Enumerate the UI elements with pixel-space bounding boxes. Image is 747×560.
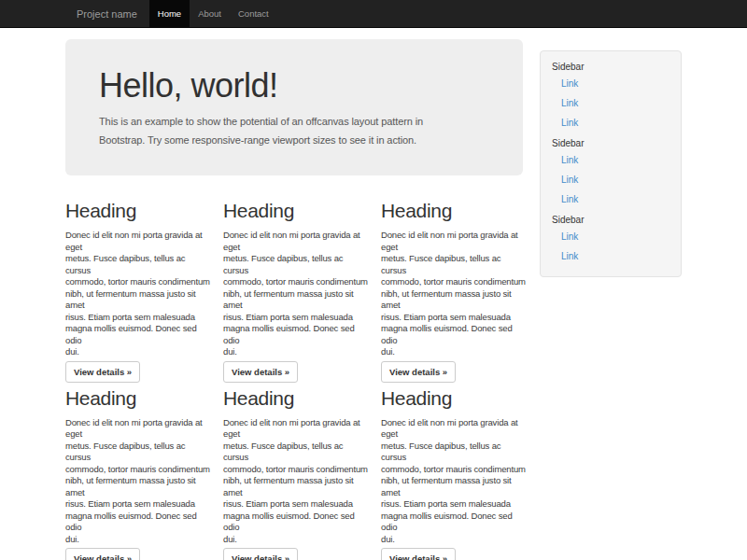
navbar: Project name HomeAboutContact <box>0 0 747 28</box>
sidebar-link[interactable]: Link <box>552 171 669 190</box>
sidebar-link-item: Link <box>552 114 669 133</box>
content-card: HeadingDonec id elit non mi porta gravid… <box>65 387 210 560</box>
navbar-inner: Project name HomeAboutContact <box>65 0 747 28</box>
card-heading: Heading <box>381 387 526 409</box>
navbar-link-contact[interactable]: Contact <box>230 0 277 28</box>
sidebar-link-item: Link <box>552 190 669 210</box>
content-card: HeadingDonec id elit non mi porta gravid… <box>381 387 526 560</box>
navbar-item-contact: Contact <box>230 0 277 28</box>
sidebar-link-item: Link <box>552 247 669 267</box>
view-details-button[interactable]: View details » <box>223 361 298 383</box>
navbar-item-home: Home <box>149 0 190 28</box>
sidebar-link-item: Link <box>552 228 669 247</box>
content-grid: HeadingDonec id elit non mi porta gravid… <box>65 200 526 560</box>
sidebar-link[interactable]: Link <box>552 228 669 247</box>
sidebar-link-item: Link <box>552 171 669 190</box>
navbar-item-about: About <box>190 0 230 28</box>
sidebar-link-list: LinkLinkLink <box>552 75 669 133</box>
page-container: Hello, world! This is an example to show… <box>65 39 683 560</box>
card-body: Donec id elit non mi porta gravida at eg… <box>381 230 526 358</box>
sidebar-link-item: Link <box>552 94 669 114</box>
navbar-link-home[interactable]: Home <box>149 0 190 28</box>
view-details-button[interactable]: View details » <box>223 548 298 560</box>
sidebar-link-list: LinkLinkLink <box>552 151 669 210</box>
card-heading: Heading <box>381 200 526 221</box>
card-heading: Heading <box>65 200 210 221</box>
content-card: HeadingDonec id elit non mi porta gravid… <box>381 200 526 383</box>
view-details-button[interactable]: View details » <box>381 548 456 560</box>
card-body: Donec id elit non mi porta gravida at eg… <box>223 417 368 546</box>
sidebar-group-title: Sidebar <box>552 61 669 74</box>
jumbotron: Hello, world! This is an example to show… <box>65 39 523 175</box>
sidebar-link[interactable]: Link <box>552 94 669 114</box>
sidebar-link[interactable]: Link <box>552 151 669 171</box>
view-details-button[interactable]: View details » <box>381 361 456 383</box>
sidebar-link-list: LinkLink <box>552 228 669 267</box>
jumbotron-text: This is an example to show the potential… <box>99 112 489 149</box>
card-body: Donec id elit non mi porta gravida at eg… <box>65 230 210 358</box>
navbar-link-about[interactable]: About <box>190 0 230 28</box>
sidebar-link[interactable]: Link <box>552 114 669 133</box>
content-card: HeadingDonec id elit non mi porta gravid… <box>223 387 368 560</box>
view-details-button[interactable]: View details » <box>65 361 140 383</box>
sidebar-link[interactable]: Link <box>552 247 669 267</box>
card-body: Donec id elit non mi porta gravida at eg… <box>65 417 210 546</box>
sidebar-group-title: Sidebar <box>552 137 669 150</box>
card-heading: Heading <box>223 200 368 221</box>
sidebar-link[interactable]: Link <box>552 75 669 94</box>
card-body: Donec id elit non mi porta gravida at eg… <box>381 417 526 546</box>
content-card: HeadingDonec id elit non mi porta gravid… <box>223 200 368 383</box>
sidebar-panel: SidebarLinkLinkLinkSidebarLinkLinkLinkSi… <box>540 50 682 277</box>
sidebar-link-item: Link <box>552 75 669 94</box>
view-details-button[interactable]: View details » <box>65 548 140 560</box>
jumbotron-title: Hello, world! <box>99 67 489 105</box>
navbar-menu: HomeAboutContact <box>149 0 277 28</box>
content-card: HeadingDonec id elit non mi porta gravid… <box>65 200 210 383</box>
card-body: Donec id elit non mi porta gravida at eg… <box>223 230 368 358</box>
navbar-brand[interactable]: Project name <box>65 0 149 28</box>
sidebar-group-title: Sidebar <box>552 214 669 227</box>
sidebar-link-item: Link <box>552 151 669 171</box>
sidebar-link[interactable]: Link <box>552 190 669 210</box>
card-heading: Heading <box>65 387 210 409</box>
card-heading: Heading <box>223 387 368 409</box>
